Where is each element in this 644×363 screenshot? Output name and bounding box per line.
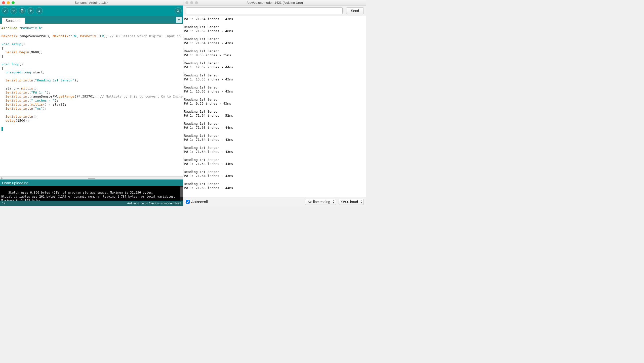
code-text: // #3 Defines which Digital Input in bei…	[110, 34, 183, 38]
verify-button[interactable]	[2, 7, 9, 14]
code-text: ();	[33, 86, 39, 90]
baud-rate-value: 9600 baud	[341, 200, 358, 204]
arduino-ide-window: Sensors | Arduino 1.6.4 Sensors § #inclu…	[0, 0, 183, 206]
code-text: unsigned long	[6, 70, 31, 74]
code-text: Serial	[6, 95, 17, 98]
code-text: "Maxbotix.h"	[19, 26, 43, 30]
svg-marker-8	[178, 19, 180, 21]
minimize-window-button[interactable]	[190, 1, 193, 4]
tab-sensors[interactable]: Sensors §	[2, 18, 25, 24]
arrow-up-icon	[29, 9, 32, 13]
code-text: println	[19, 78, 33, 82]
code-text: void	[2, 42, 9, 46]
serial-title: /dev/cu.usbmodem1421 (Arduino Uno)	[183, 1, 366, 5]
minimize-window-button[interactable]	[7, 1, 10, 4]
code-text: print	[19, 99, 29, 102]
code-text: void	[2, 62, 9, 66]
autoscroll-toggle[interactable]: Autoscroll	[186, 200, 208, 204]
code-text: Serial	[6, 103, 17, 106]
build-console[interactable]: Sketch uses 6,836 bytes (21%) of program…	[0, 186, 183, 201]
zoom-window-button[interactable]	[12, 1, 15, 4]
magnifier-icon	[176, 9, 180, 13]
status-bar: Done uploading.	[0, 179, 183, 186]
zoom-window-button[interactable]	[195, 1, 198, 4]
code-text: Serial	[6, 50, 17, 54]
ide-toolbar	[0, 6, 183, 16]
code-text: (rangeSensorPW.	[29, 95, 59, 98]
svg-point-6	[177, 10, 179, 12]
window-controls	[2, 1, 15, 4]
tab-menu-button[interactable]	[176, 17, 182, 23]
code-text: (1500);	[15, 119, 29, 122]
line-ending-select[interactable]: No line ending ▲▼	[305, 199, 336, 205]
code-text: #include	[2, 26, 19, 30]
serial-bottom-row: Autoscroll No line ending ▲▼ 9600 baud ▲…	[183, 197, 366, 206]
code-text: "ms"	[35, 107, 43, 110]
save-sketch-button[interactable]	[36, 7, 43, 14]
serial-output[interactable]: PW 1: 71.64 inches - 43ms Reading 1st Se…	[183, 16, 366, 197]
code-text: start =	[2, 86, 21, 90]
close-window-button[interactable]	[185, 1, 188, 4]
file-icon	[20, 9, 24, 13]
code-text: print	[19, 103, 29, 106]
code-text: Serial	[6, 115, 17, 118]
code-text: begin	[19, 50, 29, 54]
code-text: millis	[31, 103, 43, 106]
open-sketch-button[interactable]	[27, 7, 34, 14]
baud-rate-select[interactable]: 9600 baud ▲▼	[339, 199, 364, 205]
code-text: Serial	[6, 90, 17, 94]
code-text: setup	[9, 42, 21, 46]
code-text: LV	[100, 34, 104, 38]
code-text: print	[19, 95, 29, 98]
code-text: ()*.393701);	[74, 95, 100, 98]
code-text: Serial	[6, 107, 17, 110]
console-scrollbar[interactable]	[180, 186, 183, 201]
serial-monitor-window: /dev/cu.usbmodem1421 (Arduino Uno) Send …	[183, 0, 366, 206]
ide-footer: 12 Arduino Uno on /dev/cu.usbmodem1421	[0, 201, 183, 206]
code-text: Maxbotix	[2, 34, 17, 38]
code-text: " inches - "	[31, 99, 55, 102]
code-text: Maxbotix	[53, 34, 69, 38]
board-port-info: Arduino Uno on /dev/cu.usbmodem1421	[127, 202, 181, 205]
code-text: "PW 1: "	[31, 90, 47, 94]
arrow-right-icon	[12, 9, 15, 13]
code-text: () - start);	[43, 103, 66, 106]
new-sketch-button[interactable]	[19, 7, 26, 14]
code-editor[interactable]: #include "Maxbotix.h" Maxbotix rangeSens…	[0, 24, 183, 176]
ide-titlebar: Sensors | Arduino 1.6.4	[0, 0, 183, 6]
text-cursor	[2, 127, 3, 131]
arrow-down-icon	[37, 9, 41, 13]
code-text: loop	[9, 62, 19, 66]
code-text: getRange	[59, 95, 74, 98]
console-text: Sketch uses 6,836 bytes (21%) of program…	[1, 191, 176, 201]
code-text: start;	[31, 70, 45, 74]
code-text: );	[104, 34, 110, 38]
svg-line-7	[179, 11, 180, 12]
code-text: println	[19, 115, 33, 118]
upload-button[interactable]	[10, 7, 17, 14]
send-button[interactable]: Send	[346, 7, 364, 14]
code-text: Serial	[6, 99, 17, 102]
select-arrows-icon: ▲▼	[360, 200, 362, 204]
serial-send-row: Send	[183, 6, 366, 16]
code-text: println	[19, 107, 33, 110]
code-text: delay	[6, 119, 15, 122]
pane-divider[interactable]: ▲▼	[0, 176, 183, 179]
serial-input[interactable]	[186, 7, 343, 14]
code-text: rangeSensorPW(3,	[17, 34, 53, 38]
code-text: Serial	[6, 78, 17, 82]
check-icon	[3, 9, 7, 13]
code-text: Maxbotix	[80, 34, 96, 38]
code-text: (9600);	[29, 50, 43, 54]
autoscroll-checkbox[interactable]	[186, 200, 190, 204]
tab-row: Sensors §	[0, 16, 183, 24]
serial-monitor-button[interactable]	[175, 7, 182, 14]
code-text: print	[19, 90, 29, 94]
line-ending-value: No line ending	[308, 200, 330, 204]
code-text: // Multiply by this to convert Cm to Inc…	[100, 95, 183, 98]
serial-titlebar: /dev/cu.usbmodem1421 (Arduino Uno)	[183, 0, 366, 6]
code-text: "Reading 1st Sensor"	[35, 78, 74, 82]
close-window-button[interactable]	[2, 1, 5, 4]
chevron-down-icon	[178, 19, 180, 21]
code-text: millis	[21, 86, 33, 90]
